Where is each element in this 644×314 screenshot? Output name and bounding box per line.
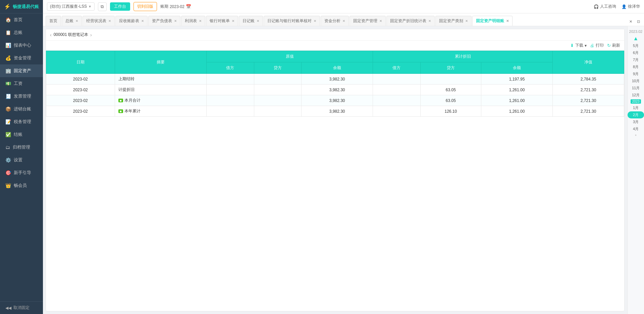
tab-bank[interactable]: 银行对账单 ✕ — [206, 16, 238, 26]
timeline-month-3[interactable]: 3月 — [628, 118, 644, 125]
cell-orig-balance: 3,982.30 — [302, 106, 373, 117]
tab-receivables[interactable]: 应收账龄表 ✕ — [115, 16, 148, 26]
tab-fixed-mgmt[interactable]: 固定资产管理 ✕ — [350, 16, 386, 26]
timeline-month-1[interactable]: 1月 — [628, 104, 644, 111]
sidebar-item-tax[interactable]: 📝 税务管理 — [0, 115, 43, 128]
sidebar-item-salary[interactable]: 💵 工资 — [0, 77, 43, 90]
sidebar-item-home[interactable]: 🏠 首页 — [0, 13, 43, 26]
cell-depr-balance: 1,261.00 — [481, 95, 553, 106]
tab-profit[interactable]: 利润表 ✕ — [181, 16, 205, 26]
app-logo: ⚡ 畅捷通易代账 — [0, 0, 43, 13]
cell-net-value: 2,721.30 — [552, 85, 624, 95]
timeline-month-12[interactable]: 12月 — [628, 92, 644, 99]
table-container: 日期 摘要 原值 累计折旧 净值 借方 贷方 余额 借方 贷方 余额 — [46, 51, 624, 311]
tab-fixed-detail[interactable]: 固定资产明细账 ✕ — [472, 16, 513, 26]
close-tab-fixed-mgmt[interactable]: ✕ — [379, 19, 382, 23]
tab-home-label: 首页 — [49, 18, 57, 24]
settle-icon: ✅ — [5, 132, 11, 137]
switch-version-button[interactable]: 切到旧版 — [133, 2, 157, 11]
timeline-month-7[interactable]: 7月 — [628, 56, 644, 63]
tab-home[interactable]: 首页 — [46, 16, 61, 26]
breadcrumb-bar: ‹ 000001 联想笔记本 › — [46, 29, 624, 41]
cancel-fixed-button[interactable]: ◀◀ 取消固定 — [0, 301, 43, 314]
sidebar-item-archive[interactable]: 🗂 归档管理 — [0, 141, 43, 154]
tab-cashflow[interactable]: 资金分析 ✕ — [321, 16, 349, 26]
breadcrumb-prev[interactable]: ‹ — [50, 32, 52, 38]
user-menu[interactable]: 👤 徐泽华 — [622, 4, 640, 9]
close-tab-journal[interactable]: ✕ — [257, 19, 259, 23]
timeline-month-9[interactable]: 9月 — [628, 70, 644, 77]
tab-fixed-cat[interactable]: 固定资产类别 ✕ — [435, 16, 472, 26]
close-tab-fixed-detail[interactable]: ✕ — [506, 19, 509, 23]
year-tag-2023: 2023 — [631, 99, 641, 104]
period-value: 2023-02 — [170, 4, 184, 9]
timeline-month-4[interactable]: 4月 — [628, 125, 644, 133]
cell-orig-credit — [254, 74, 301, 85]
salary-icon: 💵 — [5, 81, 11, 86]
sidebar-item-sales[interactable]: 📦 进销台账 — [0, 103, 43, 115]
content-area: ‹ 000001 联想笔记本 › ⬇ 下载 ▾ 🖨 打印 ↻ 刷新 — [43, 26, 644, 314]
close-tab-ledger[interactable]: ✕ — [75, 19, 78, 23]
sidebar-item-capital[interactable]: 💰 资金管理 — [0, 52, 43, 64]
tab-balance[interactable]: 资产负债表 ✕ — [148, 16, 180, 26]
sidebar-label-capital: 资金管理 — [14, 55, 31, 61]
sidebar-item-guide[interactable]: 🎯 新手引导 — [0, 166, 43, 179]
sidebar-item-vip[interactable]: 👑 畅会员 — [0, 179, 43, 192]
close-tab-receivables[interactable]: ✕ — [141, 19, 144, 23]
close-tab-fixed-depr[interactable]: ✕ — [428, 19, 431, 23]
close-tab-cashflow[interactable]: ✕ — [342, 19, 345, 23]
tab-reconcile-label: 日记账与银行对账单核对 — [267, 18, 312, 24]
sidebar-item-reports[interactable]: 📊 报表中心 — [0, 39, 43, 52]
tab-fixed-depr[interactable]: 固定资产折旧统计表 ✕ — [386, 16, 435, 26]
breadcrumb-next[interactable]: › — [90, 32, 92, 38]
sidebar-item-fixed[interactable]: 🏢 固定资产 — [0, 64, 43, 77]
tab-reconcile[interactable]: 日记账与银行对账单核对 ✕ — [264, 16, 320, 26]
cell-date: 2023-02 — [46, 106, 115, 117]
close-tab-operations[interactable]: ✕ — [108, 19, 111, 23]
close-tab-fixed-cat[interactable]: ✕ — [465, 19, 468, 23]
sidebar-item-settle[interactable]: ✅ 结账 — [0, 128, 43, 141]
company-selector[interactable]: (劲功) 江西服查-LSS ▼ — [47, 2, 95, 11]
timeline-month-2-active[interactable]: 2月 — [628, 111, 644, 118]
sidebar-item-settings[interactable]: ⚙️ 设置 — [0, 154, 43, 166]
timeline-up-arrow[interactable]: ▲ — [633, 35, 639, 42]
close-tab-bank[interactable]: ✕ — [232, 19, 234, 23]
tab-ledger[interactable]: 总账 ✕ — [62, 16, 82, 26]
cell-net-value: 2,784.35 — [552, 74, 624, 85]
settings-icon: ⚙️ — [5, 157, 11, 163]
calendar-icon[interactable]: 📅 — [186, 4, 191, 9]
download-button[interactable]: ⬇ 下载 ▾ — [570, 43, 587, 48]
company-name: (劲功) 江西服查-LSS — [50, 4, 87, 9]
depr-balance: 余额 — [481, 62, 553, 74]
tab-journal[interactable]: 日记账 ✕ — [239, 16, 263, 26]
table-row: 2023-02 上期结转 3,982.30 1,197.95 2,784.35 — [46, 74, 624, 85]
sidebar-item-invoice[interactable]: 🧾 发票管理 — [0, 90, 43, 103]
refresh-button[interactable]: ↻ 刷新 — [607, 43, 620, 48]
sidebar-item-ledger[interactable]: 📋 总账 — [0, 26, 43, 39]
sidebar-label-sales: 进销台账 — [14, 106, 31, 112]
timeline-month-10[interactable]: 10月 — [628, 77, 644, 85]
tab-profit-label: 利润表 — [185, 18, 197, 24]
guide-icon: 🎯 — [5, 170, 11, 175]
tab-operations[interactable]: 经营状况表 ✕ — [83, 16, 115, 26]
print-button[interactable]: 🖨 打印 — [590, 43, 604, 48]
capital-icon: 💰 — [5, 55, 11, 61]
service-button[interactable]: 🎧 人工咨询 — [594, 4, 616, 9]
col-accumulated-depr: 累计折旧 — [373, 51, 553, 62]
close-tab-balance[interactable]: ✕ — [174, 19, 177, 23]
restore-button[interactable]: ⊡ — [636, 19, 641, 24]
copy-button[interactable]: ⧉ — [98, 2, 107, 11]
download-icon: ⬇ — [570, 43, 574, 48]
cell-net-value: 2,721.30 — [552, 106, 624, 117]
close-tab-reconcile[interactable]: ✕ — [314, 19, 316, 23]
timeline-month-11[interactable]: 11月 — [628, 85, 644, 92]
sidebar-label-archive: 归档管理 — [13, 144, 30, 150]
timeline-month-8[interactable]: 8月 — [628, 63, 644, 70]
workbench-button[interactable]: 工作台 — [110, 2, 130, 11]
close-all-button[interactable]: ✕ — [628, 19, 634, 24]
sidebar-label-tax: 税务管理 — [14, 119, 31, 125]
timeline-month-6[interactable]: 6月 — [628, 49, 644, 56]
close-tab-profit[interactable]: ✕ — [199, 19, 202, 23]
cell-date: 2023-02 — [46, 85, 115, 95]
timeline-month-5[interactable]: 5月 — [628, 42, 644, 49]
